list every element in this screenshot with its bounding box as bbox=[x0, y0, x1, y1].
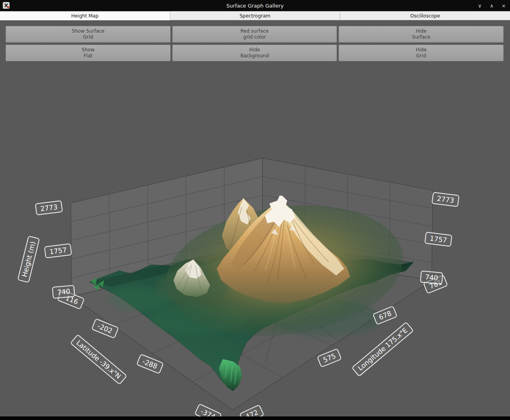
shade-button[interactable]: ∨ bbox=[476, 1, 484, 10]
button-label-line: Surface bbox=[412, 34, 430, 40]
tab-oscilloscope[interactable]: Oscilloscope bbox=[340, 11, 510, 20]
tab-spectrogram[interactable]: Spectrogram bbox=[170, 11, 341, 20]
plot-area: -116 -202 -288 -374 781 678 575 472 2773… bbox=[0, 64, 510, 417]
button-label-line: grid color bbox=[243, 34, 266, 40]
hide-grid-button[interactable]: Hide Grid bbox=[339, 45, 504, 61]
show-flat-button[interactable]: Show Flat bbox=[6, 45, 171, 61]
button-label-line: Hide bbox=[416, 28, 426, 34]
window-controls: ∨ ∧ × bbox=[476, 0, 508, 11]
button-label-line: Grid bbox=[83, 34, 93, 40]
button-label-line: Hide bbox=[416, 47, 426, 53]
height-axis-tick-label: 740 bbox=[52, 285, 76, 299]
button-label-line: Grid bbox=[416, 53, 426, 59]
button-label-line: Show bbox=[82, 47, 94, 53]
hide-surface-button[interactable]: Hide Surface bbox=[339, 26, 504, 43]
window-bottom-edge bbox=[0, 416, 510, 420]
hide-background-button[interactable]: Hide Background bbox=[172, 45, 337, 61]
button-label-line: Background bbox=[240, 53, 269, 59]
app-icon: X bbox=[3, 2, 10, 9]
button-label-line: Hide bbox=[249, 47, 260, 53]
tab-height-map[interactable]: Height Map bbox=[0, 11, 170, 20]
window-title: Surface Graph Gallery bbox=[0, 0, 510, 11]
tab-bar: Height Map Spectrogram Oscilloscope bbox=[0, 11, 510, 20]
surface-grid-color-button[interactable]: Red surface grid color bbox=[172, 26, 337, 43]
window-titlebar[interactable]: X Surface Graph Gallery ∨ ∧ × bbox=[0, 0, 510, 11]
height-axis-tick-label: 740 bbox=[420, 271, 444, 285]
close-button[interactable]: × bbox=[500, 1, 508, 10]
button-label-line: Show Surface bbox=[72, 28, 104, 34]
button-label-line: Red surface bbox=[241, 28, 269, 34]
toggle-surface-grid-button[interactable]: Show Surface Grid bbox=[6, 26, 171, 43]
button-label-line: Flat bbox=[84, 53, 92, 59]
controls-toolbar: Show Surface Grid Red surface grid color… bbox=[6, 26, 504, 61]
maximize-button[interactable]: ∧ bbox=[488, 1, 496, 10]
